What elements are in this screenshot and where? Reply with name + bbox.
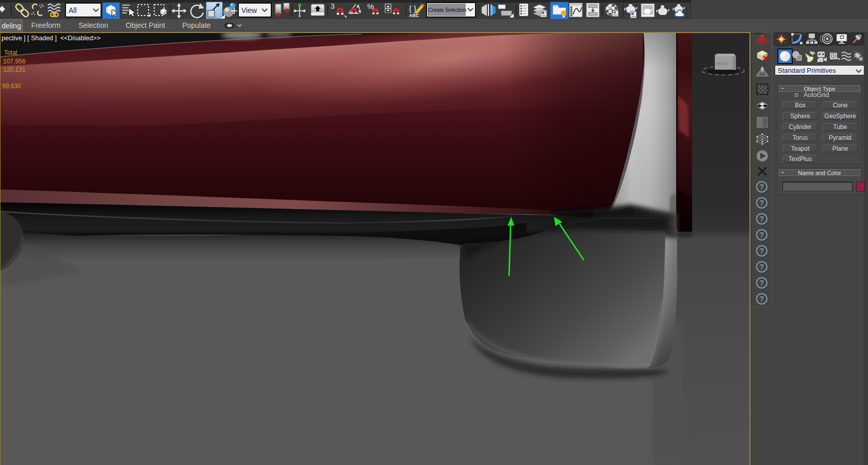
svg-text:View: View [241, 6, 257, 14]
svg-text:ABC: ABC [409, 13, 419, 18]
svg-text:3: 3 [331, 2, 335, 10]
svg-text:FRONT: FRONT [716, 62, 729, 66]
svg-text:{ }: { } [409, 4, 416, 13]
svg-text:All: All [69, 6, 77, 14]
svg-text:x: x [1, 445, 4, 451]
